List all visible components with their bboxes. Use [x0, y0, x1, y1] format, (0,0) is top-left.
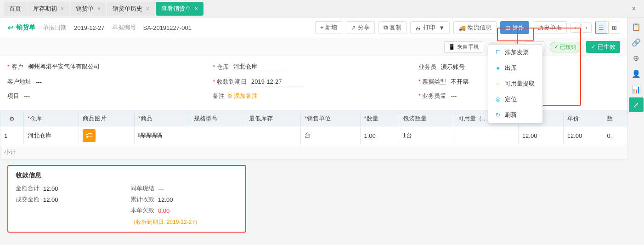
due-date-value[interactable]: 2019-12-27 [249, 77, 305, 86]
tab-view-sales-close[interactable]: × [195, 6, 198, 12]
tab-sales-history-close[interactable]: × [146, 6, 149, 12]
available-qty-item[interactable]: ○ 可用量提取 [488, 76, 542, 91]
required-star-5: * [418, 92, 421, 99]
cumulative-payment: 累计收款 12.00 [130, 195, 238, 204]
row-warehouse: 河北仓库 [23, 126, 79, 145]
cumulative-value: 12.00 [158, 196, 173, 203]
empty-cell [16, 206, 123, 226]
refresh-item[interactable]: ↻ 刷新 [488, 107, 542, 123]
payment-grid: 金额合计 12.00 同单现结 --- 成交金额 12.00 累计收款 12.0… [16, 184, 238, 226]
nav-next[interactable]: › [582, 23, 592, 33]
operation-dropdown: ☐ 添加发票 ● 出库 ○ 可用量提取 ◎ 定位 ↻ 刷新 [488, 44, 543, 123]
sidebar-icon-1[interactable]: 📋 [629, 19, 644, 34]
customer-value[interactable]: 柳州粤港平安气体有限公司 [26, 62, 102, 72]
share-icon: ↗ [351, 24, 356, 31]
col-price: 单价 [563, 111, 603, 126]
truck-icon: 🚚 [458, 24, 466, 31]
sidebar-icon-3[interactable]: ⊕ [629, 51, 644, 65]
ship-out-icon: ● [495, 65, 501, 71]
tab-home[interactable]: 首页 [4, 2, 27, 16]
copy-button[interactable]: ⧉ 复制 [378, 21, 407, 34]
payment-info: 收款信息 金额合计 12.00 同单现结 --- 成交金额 12.00 累计收款… [7, 165, 246, 233]
ship-out-item[interactable]: ● 出库 [488, 60, 542, 76]
project-field: 项目 --- [7, 91, 209, 100]
required-star-2: * [213, 63, 215, 70]
mobile-icon: 📱 [448, 44, 455, 50]
sidebar-icon-5[interactable]: 📊 [629, 82, 644, 97]
total-value: 12.00 [43, 185, 58, 192]
row-product: 嗝嗝嗝嗝 [135, 126, 190, 145]
window-close-button[interactable]: × [627, 2, 640, 15]
history-button[interactable]: 历史单据 [533, 21, 567, 34]
row-index: 1 [0, 126, 24, 145]
print-icon: 🖨 [415, 24, 421, 31]
tab-sales-close[interactable]: × [97, 6, 101, 12]
col-package: 包装数量 [399, 111, 454, 126]
print-button[interactable]: 🖨 打印 ▼ [410, 21, 450, 34]
sidebar-icon-2[interactable]: 🔗 [629, 35, 644, 50]
right-sidebar: 📋 🔗 ⊕ 👤 📊 ⤢ [627, 17, 644, 114]
total-amount: 金额合计 12.00 [16, 184, 123, 193]
same-order: 同单现结 --- [130, 184, 238, 193]
tab-sales[interactable]: 销货单 × [70, 2, 106, 16]
document-title: ↩ 销货单 [7, 23, 35, 32]
row-price: 12.00 [563, 126, 603, 145]
col-settings[interactable]: ⚙ [0, 111, 24, 126]
print-dropdown-arrow: ▼ [439, 24, 445, 31]
due-date-field: * 收款到期日 2019-12-27 [213, 77, 414, 86]
subtotal-row: 小计 [0, 145, 627, 160]
sidebar-icon-expand[interactable]: ⤢ [629, 97, 644, 112]
address-field: 客户地址 --- [7, 78, 209, 86]
subtotal-label: 小计 [0, 145, 627, 160]
tab-bar: 首页 库存期初 × 销货单 × 销货单历史 × 查看销货单 × × [0, 0, 644, 17]
tab-sales-history[interactable]: 销货单历史 × [107, 2, 155, 16]
locate-item[interactable]: ◎ 定位 [488, 91, 542, 107]
nav-arrows: ‹ › [571, 23, 592, 33]
tab-inventory[interactable]: 库存期初 × [28, 2, 69, 16]
row-current: 12.00 [518, 126, 563, 145]
new-button[interactable]: + 新增 [315, 21, 342, 34]
doc-icon: ↩ [7, 23, 13, 32]
nav-prev[interactable]: ‹ [571, 23, 581, 33]
salesperson2-value: --- [449, 91, 458, 100]
available-icon: ○ [495, 80, 501, 87]
warehouse-field: * 仓库 河北仓库 [213, 62, 414, 72]
required-star: * [7, 63, 10, 70]
ticket-type-value: 不开票 [449, 77, 470, 87]
tab-bar-end: × [627, 2, 640, 15]
logistics-button[interactable]: 🚚 物流信息 [453, 21, 497, 34]
add-invoice-item[interactable]: ☐ 添加发票 [488, 45, 542, 60]
col-amount: 数 [603, 111, 627, 126]
tab-inventory-close[interactable]: × [61, 6, 64, 12]
operation-button[interactable]: ⊞ 操作 [500, 21, 529, 34]
required-star-4: * [418, 78, 421, 85]
warehouse-value[interactable]: 河北仓库 [232, 62, 287, 72]
sidebar-icon-4[interactable]: 👤 [629, 66, 644, 81]
address-value: --- [34, 78, 44, 86]
same-order-value: --- [158, 185, 164, 192]
add-invoice-icon: ☐ [495, 49, 501, 56]
add-note-button[interactable]: ⊕ 添加备注 [227, 92, 258, 100]
check-icon-2: ✓ [591, 43, 596, 50]
document-header: ↩ 销货单 单据日期 2019-12-27 单据编号 SA-20191227-0… [0, 17, 627, 38]
row-spec [190, 126, 245, 145]
col-qty: *数量 [360, 111, 399, 126]
plus-icon: ⊕ [227, 92, 232, 99]
view-grid-button[interactable]: ⊞ [608, 22, 620, 34]
col-unit: *销售单位 [300, 111, 360, 126]
col-min-stock: 最低库存 [245, 111, 301, 126]
row-available [454, 126, 519, 145]
view-list-button[interactable]: ☰ [595, 22, 607, 34]
product-image: 🏷 [83, 129, 96, 142]
project-value: --- [22, 91, 32, 100]
share-button[interactable]: ↗ 分享 [346, 21, 375, 34]
salesperson-value: 演示账号 [439, 62, 467, 72]
from-mobile-button[interactable]: 📱 来自手机 [444, 41, 483, 53]
check-circle-icon: ✓ [554, 44, 559, 50]
refresh-icon: ↻ [495, 112, 501, 118]
transaction-value: 12.00 [43, 196, 58, 203]
due-value: 0.00 [158, 207, 169, 214]
tab-view-sales[interactable]: 查看销货单 × [156, 2, 203, 16]
effective-button[interactable]: ✓ 已生效 [586, 41, 620, 53]
note-field: 备注 ⊕ 添加备注 [213, 92, 414, 100]
